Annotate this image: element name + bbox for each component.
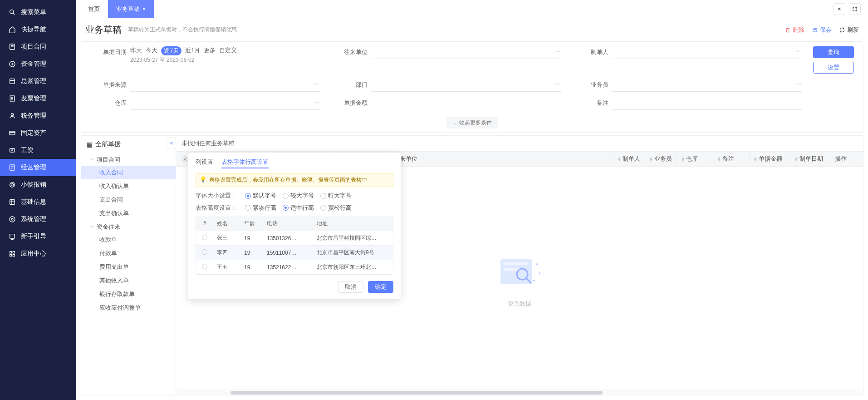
close-icon[interactable]: ×: [142, 6, 146, 12]
table-header-cell[interactable]: ▲▼单据金额: [750, 152, 790, 166]
collapse-left-panel-button[interactable]: «: [167, 138, 176, 148]
date-quick-2[interactable]: 近7天: [161, 46, 181, 55]
chevron-down-icon[interactable]: ﹀: [796, 48, 801, 56]
dept-input[interactable]: [371, 79, 561, 92]
empty-illustration: [492, 249, 547, 294]
warehouse-input[interactable]: [130, 97, 320, 110]
chevron-down-icon[interactable]: ﹀: [555, 81, 560, 89]
chevron-down-icon[interactable]: ﹀: [314, 81, 319, 89]
tree-group[interactable]: ﹀资金往来: [81, 220, 176, 233]
table-header-cell[interactable]: ▲▼往来单位: [385, 152, 613, 166]
fullscreen-icon[interactable]: [849, 3, 861, 15]
date-quick-3[interactable]: 近1月: [185, 46, 200, 55]
sidebar-search[interactable]: 搜索菜单: [0, 4, 76, 21]
preview-cell-addr: 北京市昌平区南大街9号: [313, 249, 393, 257]
preview-cell-name: 王五: [213, 263, 240, 271]
ok-button[interactable]: 确定: [368, 281, 393, 293]
tab-draft[interactable]: 业务草稿 ×: [108, 0, 154, 18]
row-option-2[interactable]: 宽松行高: [320, 204, 352, 212]
collapse-filters-button[interactable]: ︿收起更多条件: [446, 117, 498, 128]
table-header-cell[interactable]: ▲▼仓库: [677, 152, 713, 166]
tree-item[interactable]: 银行存取款单: [81, 287, 176, 301]
sidebar-item-biz[interactable]: 经营管理: [0, 159, 76, 176]
table-header-cell[interactable]: ▲▼备注: [713, 152, 750, 166]
date-quick-1[interactable]: 今天: [146, 46, 157, 55]
tree-item[interactable]: 应收应付调整单: [81, 301, 176, 315]
sidebar-item-xiaochang[interactable]: 小畅报销: [0, 176, 76, 193]
preview-row[interactable]: 张三1913501326…北京市昌平科技园区综…: [196, 231, 393, 245]
sidebar-item-guide[interactable]: 新手引导: [0, 228, 76, 245]
sys-icon: [8, 215, 16, 223]
xiaochang-icon: [8, 181, 16, 189]
tree-item[interactable]: 付款单: [81, 247, 176, 260]
more-icon[interactable]: ⋯: [796, 81, 801, 87]
table-header-cell[interactable]: ▲▼业务员: [645, 152, 677, 166]
refresh-action[interactable]: 刷新: [839, 26, 859, 34]
date-quick-4[interactable]: 更多: [204, 46, 216, 55]
sidebar-item-base[interactable]: 基础信息: [0, 193, 76, 211]
tree-item[interactable]: 费用支出单: [81, 260, 176, 274]
left-panel-title: ▦ 全部单据: [81, 136, 176, 153]
setup-button[interactable]: 设置: [813, 62, 854, 74]
sidebar-item-asset[interactable]: 固定资产: [0, 124, 76, 142]
maker-input[interactable]: [612, 46, 802, 59]
tree-group[interactable]: ﹀项目合同: [81, 153, 176, 166]
tab-home[interactable]: 首页: [80, 0, 108, 18]
tab-column-settings[interactable]: 列设置: [196, 158, 213, 168]
font-option-1[interactable]: 较大字号: [283, 192, 314, 200]
tree-item[interactable]: 收款单: [81, 233, 176, 247]
preview-header-sel: #: [196, 220, 213, 227]
sidebar-item-label: 发票管理: [21, 94, 46, 103]
save-action[interactable]: 保存: [812, 26, 832, 34]
query-button[interactable]: 查询: [813, 46, 854, 58]
date-quick-0[interactable]: 昨天: [130, 46, 142, 55]
sidebar-item-quick[interactable]: 快捷导航: [0, 21, 76, 38]
remark-input[interactable]: [612, 97, 802, 110]
tree-item[interactable]: 支出确认单: [81, 207, 176, 220]
font-option-0[interactable]: 默认字号: [245, 192, 276, 200]
table-header-cell[interactable]: ▲▼制单日期: [790, 152, 831, 166]
more-icon[interactable]: ⋯: [314, 99, 319, 105]
page-subtitle: 草稿转为正式单据时，不会执行满赠促销优惠: [128, 26, 237, 34]
sidebar-item-apps[interactable]: 应用中心: [0, 245, 76, 262]
svg-point-9: [11, 114, 13, 116]
preview-cell-age: 19: [240, 250, 263, 256]
row-option-1[interactable]: 适中行高: [283, 204, 314, 212]
sidebar-item-project[interactable]: 项目合同: [0, 38, 76, 55]
sort-icon: ▲▼: [649, 157, 653, 161]
tab-font-settings[interactable]: 表格字体行高设置: [221, 158, 269, 168]
svg-point-30: [184, 158, 186, 160]
preview-row[interactable]: 王五1913521622…北京市朝阳区东三环北…: [196, 260, 393, 274]
font-option-2[interactable]: 特大字号: [320, 192, 352, 200]
sidebar-item-ledger[interactable]: 总账管理: [0, 73, 76, 90]
table-header-cell[interactable]: 操作: [831, 152, 863, 166]
salesman-input[interactable]: [612, 79, 802, 92]
sidebar-item-invoice[interactable]: 发票管理: [0, 90, 76, 107]
tree-item[interactable]: 收入确认单: [81, 179, 176, 193]
sidebar-item-label: 系统管理: [21, 215, 46, 223]
sidebar-item-sys[interactable]: 系统管理: [0, 211, 76, 228]
partner-input[interactable]: [371, 46, 561, 59]
preview-row[interactable]: 李四1915911007…北京市昌平区南大街9号: [196, 245, 393, 260]
table-header-cell[interactable]: ▲▼制单人: [613, 152, 645, 166]
delete-action[interactable]: 删除: [785, 26, 804, 34]
cancel-button[interactable]: 取消: [338, 281, 363, 293]
svg-rect-23: [10, 234, 15, 238]
tree-item[interactable]: 其他收入单: [81, 274, 176, 287]
row-option-0[interactable]: 紧凑行高: [245, 204, 276, 212]
tree-item[interactable]: 收入合同: [81, 166, 176, 179]
sidebar-item-wage[interactable]: 工资: [0, 142, 76, 159]
date-quick-5[interactable]: 自定义: [219, 46, 237, 55]
scrollbar-thumb[interactable]: [230, 391, 603, 395]
tree-item[interactable]: 支出合同: [81, 193, 176, 207]
svg-rect-32: [504, 262, 529, 265]
sidebar-item-tax[interactable]: 税务管理: [0, 107, 76, 124]
sidebar-item-fund[interactable]: 资金管理: [0, 55, 76, 73]
source-input[interactable]: [130, 79, 320, 92]
radio-icon: [320, 205, 326, 211]
horizontal-scrollbar[interactable]: [176, 390, 863, 395]
close-panel-icon[interactable]: ×: [834, 3, 845, 15]
preview-header-name: 姓名: [213, 220, 240, 227]
more-icon[interactable]: ⋯: [555, 48, 560, 54]
ledger-icon: [8, 77, 16, 85]
